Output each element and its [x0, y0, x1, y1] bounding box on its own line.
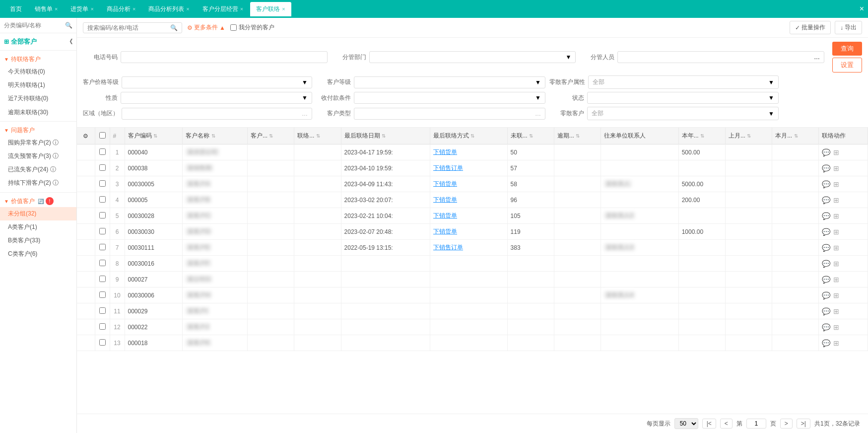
- cell-last-method[interactable]: [430, 272, 508, 288]
- message-icon[interactable]: 💬: [822, 164, 830, 172]
- page-number-input[interactable]: [746, 419, 766, 429]
- grid-action-icon[interactable]: ⊞: [833, 339, 839, 347]
- grid-action-icon[interactable]: ⊞: [833, 212, 839, 220]
- cell-last-method[interactable]: 下销售订单: [430, 240, 508, 256]
- col-this-year[interactable]: 本年... ⇅: [678, 128, 725, 144]
- sidebar-item-abnormal[interactable]: 囤购异常客户(2) ⓘ: [0, 136, 76, 149]
- col-overdue[interactable]: 逾期... ⇅: [554, 128, 601, 144]
- col-code[interactable]: 客户编码 ⇅: [125, 128, 183, 144]
- sidebar-item-churn-warning[interactable]: 流失预警客户(3) ⓘ: [0, 149, 76, 163]
- sidebar-search-icon[interactable]: 🔍: [65, 22, 72, 29]
- message-icon[interactable]: 💬: [822, 339, 830, 347]
- message-icon[interactable]: 💬: [822, 148, 830, 156]
- nav-tab-purchase[interactable]: 进货单 ×: [65, 2, 99, 16]
- cust-grade-select[interactable]: ▼: [354, 76, 545, 88]
- grid-action-icon[interactable]: ⊞: [833, 228, 839, 236]
- grid-action-icon[interactable]: ⊞: [833, 291, 839, 299]
- row-checkbox[interactable]: [99, 228, 106, 234]
- close-customer-contact-tab[interactable]: ×: [282, 6, 285, 12]
- close-sales-tab[interactable]: ×: [55, 6, 58, 12]
- sidebar-item-lost[interactable]: 已流失客户(24) ⓘ: [0, 163, 76, 176]
- grid-action-icon[interactable]: ⊞: [833, 307, 839, 315]
- message-icon[interactable]: 💬: [822, 291, 830, 299]
- row-checkbox[interactable]: [99, 196, 106, 203]
- my-customers-checkbox[interactable]: [230, 24, 237, 31]
- message-icon[interactable]: 💬: [822, 276, 830, 284]
- grid-action-icon[interactable]: ⊞: [833, 196, 839, 204]
- row-checkbox[interactable]: [99, 291, 106, 298]
- sidebar-collapse-icon[interactable]: 《: [67, 38, 72, 46]
- message-icon[interactable]: 💬: [822, 212, 830, 220]
- retail-attr-select[interactable]: 全部 ▼: [588, 75, 779, 89]
- col-last-method[interactable]: 最后联络方式 ⇅: [430, 128, 508, 144]
- col-cust-type[interactable]: 客户... ⇅: [248, 128, 294, 144]
- row-checkbox[interactable]: [99, 148, 106, 155]
- row-checkbox[interactable]: [99, 276, 106, 282]
- cell-last-method[interactable]: 下销货单: [430, 192, 508, 208]
- page-size-select[interactable]: 50: [674, 418, 698, 429]
- cell-last-method[interactable]: [430, 256, 508, 272]
- grid-action-icon[interactable]: ⊞: [833, 148, 839, 156]
- message-icon[interactable]: 💬: [822, 307, 830, 315]
- cell-last-method[interactable]: 下销货单: [430, 144, 508, 160]
- settings-button[interactable]: 设置: [832, 58, 862, 72]
- nav-tab-analysis-list[interactable]: 商品分析列表 ×: [142, 2, 195, 16]
- cell-last-method[interactable]: [430, 335, 508, 351]
- first-page-button[interactable]: |<: [702, 419, 716, 429]
- grid-action-icon[interactable]: ⊞: [833, 260, 839, 268]
- retail-cust-select[interactable]: 全部 ▼: [587, 107, 779, 120]
- batch-op-button[interactable]: ✓ 批量操作: [790, 21, 831, 34]
- row-checkbox[interactable]: [99, 339, 106, 346]
- close-analysis-tab[interactable]: ×: [133, 6, 135, 12]
- message-icon[interactable]: 💬: [822, 180, 830, 188]
- cell-last-method[interactable]: [430, 288, 508, 303]
- last-page-button[interactable]: >|: [797, 419, 810, 429]
- price-grade-select[interactable]: ▼: [122, 76, 312, 88]
- cell-last-method[interactable]: [430, 319, 508, 335]
- row-checkbox[interactable]: [99, 244, 106, 250]
- col-unlocked[interactable]: 未联... ⇅: [507, 128, 554, 144]
- group-problem-customers[interactable]: ▼ 问题客户: [0, 124, 76, 136]
- next-page-button[interactable]: >: [780, 419, 793, 429]
- col-contact[interactable]: 联络... ⇅: [294, 128, 341, 144]
- row-checkbox[interactable]: [99, 212, 106, 218]
- cell-last-method[interactable]: 下销售订单: [430, 160, 508, 176]
- grid-action-icon[interactable]: ⊞: [833, 276, 839, 284]
- app-close-button[interactable]: ×: [860, 4, 864, 13]
- cell-last-method[interactable]: [430, 303, 508, 319]
- sidebar-search-input[interactable]: [4, 22, 63, 29]
- all-customers-header[interactable]: ⊞ 全部客户 《: [0, 33, 76, 48]
- group-value-customers[interactable]: ▼ 价值客户 🔄 !: [0, 195, 76, 207]
- sidebar-item-7day-pending[interactable]: 近7天待联络(0): [0, 92, 76, 105]
- col-this-month[interactable]: 本月... ⇅: [772, 128, 819, 144]
- row-checkbox[interactable]: [99, 260, 106, 266]
- close-customer-mgmt-tab[interactable]: ×: [240, 6, 243, 12]
- close-purchase-tab[interactable]: ×: [90, 6, 93, 12]
- sidebar-item-class-c[interactable]: C类客户(6): [0, 247, 76, 261]
- filter-search-input[interactable]: [87, 24, 168, 31]
- col-last-date[interactable]: 最后联络日期 ⇅: [341, 128, 430, 144]
- manager-select[interactable]: …: [617, 51, 824, 63]
- more-conditions-button[interactable]: ⚙ 更多条件 ▲: [187, 23, 225, 32]
- region-select[interactable]: …: [122, 108, 312, 120]
- col-last-month[interactable]: 上月... ⇅: [725, 128, 772, 144]
- message-icon[interactable]: 💬: [822, 244, 830, 252]
- phone-input[interactable]: [121, 51, 328, 63]
- message-icon[interactable]: 💬: [822, 323, 830, 331]
- row-checkbox[interactable]: [99, 323, 106, 330]
- message-icon[interactable]: 💬: [822, 260, 830, 268]
- message-icon[interactable]: 💬: [822, 228, 830, 236]
- prev-page-button[interactable]: <: [720, 419, 733, 429]
- cell-last-method[interactable]: 下销货单: [430, 208, 508, 224]
- row-checkbox[interactable]: [99, 164, 106, 171]
- col-name[interactable]: 客户名称 ⇅: [183, 128, 248, 144]
- message-icon[interactable]: 💬: [822, 196, 830, 204]
- status-select[interactable]: ▼: [587, 92, 779, 104]
- group-pending-contact[interactable]: ▼ 待联络客户: [0, 53, 76, 65]
- grid-action-icon[interactable]: ⊞: [833, 323, 839, 331]
- nav-tab-customer-mgmt[interactable]: 客户分层经营 ×: [197, 2, 249, 16]
- sidebar-item-ungrouped[interactable]: 未分组(32): [0, 207, 76, 220]
- select-all-checkbox[interactable]: [99, 132, 106, 139]
- cell-last-method[interactable]: 下销货单: [430, 176, 508, 192]
- close-analysis-list-tab[interactable]: ×: [186, 6, 189, 12]
